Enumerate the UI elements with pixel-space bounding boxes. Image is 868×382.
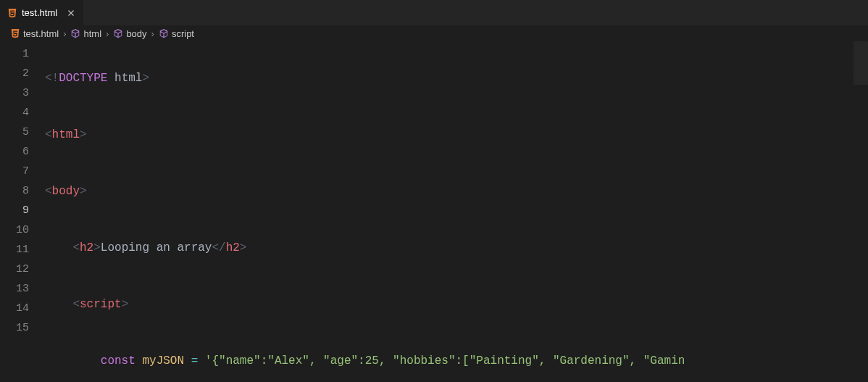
tab-test-html[interactable]: test.html [0,0,84,25]
symbol-icon [159,28,169,38]
symbol-icon [70,28,80,38]
code-editor[interactable]: 1 2 3 4 5 6 7 8 9 10 11 12 13 14 15 <!DO… [0,41,868,382]
code-line: <script> [45,295,868,315]
code-line: <!DOCTYPE html> [45,69,868,88]
close-icon[interactable] [66,8,76,18]
breadcrumb-body[interactable]: body [113,28,146,39]
minimap[interactable] [854,41,868,85]
breadcrumb-label: body [126,28,146,39]
line-number: 1 [0,44,45,64]
code-line: <body> [45,182,868,202]
chevron-right-icon: › [106,28,109,39]
line-number: 4 [0,103,45,123]
html-file-icon [10,28,20,38]
line-number: 8 [0,181,45,201]
line-number: 9 [0,201,45,220]
breadcrumb-label: script [172,28,194,39]
chevron-right-icon: › [63,28,66,39]
line-number: 3 [0,83,45,103]
symbol-icon [113,28,123,38]
html-file-icon [7,8,17,18]
tab-label: test.html [22,7,57,18]
breadcrumb-file-label: test.html [23,28,59,39]
line-number: 14 [0,299,45,318]
line-number: 6 [0,142,45,162]
code-area[interactable]: <!DOCTYPE html> <html> <body> <h2>Loopin… [45,41,868,382]
breadcrumb-html[interactable]: html [70,28,101,39]
line-number: 11 [0,240,45,259]
tab-bar: test.html [0,0,868,25]
breadcrumb: test.html › html › body › script [0,25,868,41]
breadcrumb-label: html [83,28,101,39]
code-line: <html> [45,125,868,145]
line-number: 13 [0,279,45,299]
line-number: 15 [0,318,45,338]
line-number: 2 [0,64,45,83]
line-number: 12 [0,259,45,279]
line-number: 5 [0,123,45,142]
line-number: 10 [0,220,45,240]
code-line: const myJSON = '{"name":"Alex", "age":25… [45,352,868,371]
breadcrumb-file[interactable]: test.html [10,28,59,39]
line-number: 7 [0,162,45,181]
breadcrumb-script[interactable]: script [159,28,194,39]
line-gutter: 1 2 3 4 5 6 7 8 9 10 11 12 13 14 15 [0,41,45,382]
code-line: <h2>Looping an array</h2> [45,238,868,258]
chevron-right-icon: › [151,28,154,39]
